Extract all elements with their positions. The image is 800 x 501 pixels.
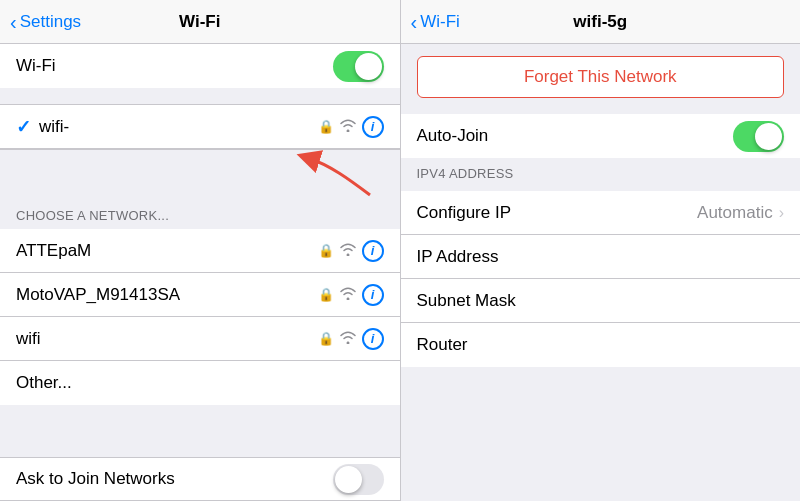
wifi-toggle-section: Wi-Fi <box>0 44 400 88</box>
info-button-0[interactable]: i <box>362 240 384 262</box>
lock-icon-0: 🔒 <box>318 243 334 258</box>
wifi-toggle-label: Wi-Fi <box>16 56 333 76</box>
connected-network-row[interactable]: ✓ wifi- 🔒 i <box>0 105 400 149</box>
right-nav-bar: ‹ Wi-Fi wifi-5g <box>401 0 801 44</box>
lock-icon-1: 🔒 <box>318 287 334 302</box>
network-name-2: wifi <box>16 329 318 349</box>
left-nav-title: Wi-Fi <box>179 12 220 32</box>
configure-ip-value: Automatic <box>697 203 773 223</box>
right-nav-title: wifi-5g <box>573 12 627 32</box>
choose-network-header: CHOOSE A NETWORK... <box>0 200 400 229</box>
annotation-arrow <box>270 150 390 200</box>
chevron-right-icon: › <box>779 204 784 222</box>
left-back-chevron: ‹ <box>10 12 17 32</box>
info-button-2[interactable]: i <box>362 328 384 350</box>
wifi-icon-1 <box>340 287 356 303</box>
auto-join-section: Auto-Join <box>401 114 801 158</box>
subnet-mask-label: Subnet Mask <box>417 291 785 311</box>
info-button-1[interactable]: i <box>362 284 384 306</box>
auto-join-toggle-thumb <box>755 123 782 150</box>
right-back-chevron: ‹ <box>411 12 418 32</box>
network-name-0: ATTEpaM <box>16 241 318 261</box>
router-row[interactable]: Router <box>401 323 801 367</box>
right-back-button[interactable]: ‹ Wi-Fi <box>411 12 460 32</box>
wifi-icon-0 <box>340 243 356 259</box>
ask-join-toggle-thumb <box>335 466 362 493</box>
left-back-label: Settings <box>20 12 81 32</box>
configure-ip-label: Configure IP <box>417 203 698 223</box>
connected-row-icons: 🔒 i <box>318 116 384 138</box>
auto-join-toggle[interactable] <box>733 121 784 152</box>
network-name-1: MotoVAP_M91413SA <box>16 285 318 305</box>
connected-checkmark: ✓ <box>16 116 31 138</box>
network-icons-2: 🔒 i <box>318 328 384 350</box>
wifi-toggle-thumb <box>355 53 382 80</box>
wifi-toggle-row: Wi-Fi <box>0 44 400 88</box>
wifi-icon-2 <box>340 331 356 347</box>
network-icons-0: 🔒 i <box>318 240 384 262</box>
network-name-3: Other... <box>16 373 384 393</box>
wifi-signal-icon <box>340 119 356 135</box>
right-back-label: Wi-Fi <box>420 12 460 32</box>
lock-icon: 🔒 <box>318 119 334 134</box>
router-label: Router <box>417 335 785 355</box>
list-item[interactable]: MotoVAP_M91413SA 🔒 i <box>0 273 400 317</box>
list-item[interactable]: ATTEpaM 🔒 i <box>0 229 400 273</box>
ip-address-label: IP Address <box>417 247 785 267</box>
ask-join-toggle[interactable] <box>333 464 384 495</box>
subnet-mask-row[interactable]: Subnet Mask <box>401 279 801 323</box>
left-nav-bar: ‹ Settings Wi-Fi <box>0 0 400 44</box>
network-icons-1: 🔒 i <box>318 284 384 306</box>
forget-network-button[interactable]: Forget This Network <box>417 56 785 98</box>
ask-join-row: Ask to Join Networks <box>0 457 400 501</box>
right-panel: ‹ Wi-Fi wifi-5g Forget This Network Auto… <box>401 0 801 501</box>
left-back-button[interactable]: ‹ Settings <box>10 12 81 32</box>
list-item[interactable]: Other... <box>0 361 400 405</box>
auto-join-row: Auto-Join <box>401 114 801 158</box>
left-panel: ‹ Settings Wi-Fi Wi-Fi ✓ wifi- 🔒 <box>0 0 400 501</box>
info-button[interactable]: i <box>362 116 384 138</box>
lock-icon-2: 🔒 <box>318 331 334 346</box>
ip-address-row[interactable]: IP Address <box>401 235 801 279</box>
list-item[interactable]: wifi 🔒 i <box>0 317 400 361</box>
network-list: ATTEpaM 🔒 i MotoVAP_M91413SA 🔒 <box>0 229 400 405</box>
ask-join-label: Ask to Join Networks <box>16 469 333 489</box>
configure-ip-row[interactable]: Configure IP Automatic › <box>401 191 801 235</box>
ipv4-section: Configure IP Automatic › IP Address Subn… <box>401 191 801 367</box>
wifi-toggle[interactable] <box>333 51 384 82</box>
connected-network-name: wifi- <box>39 117 318 137</box>
ipv4-header: IPV4 ADDRESS <box>401 158 801 187</box>
auto-join-label: Auto-Join <box>417 126 734 146</box>
